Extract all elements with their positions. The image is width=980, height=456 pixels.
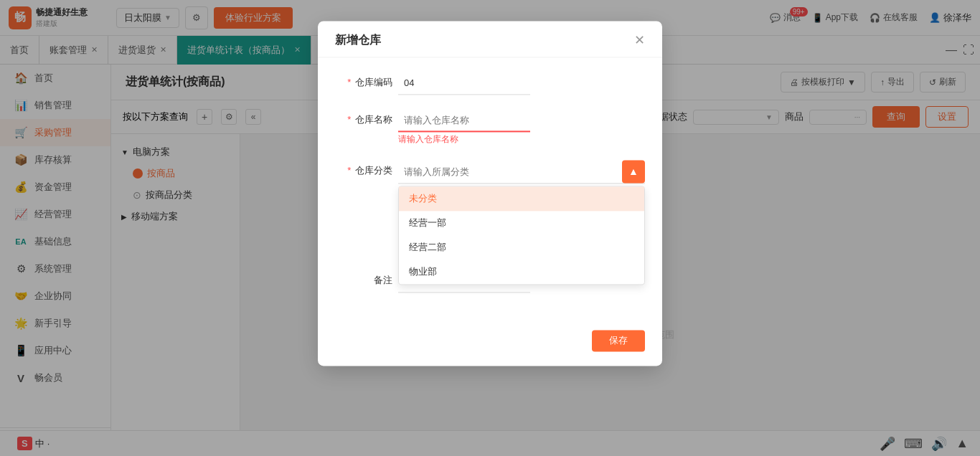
modal-footer: 保存: [318, 321, 662, 366]
warehouse-category-label: * 仓库分类: [335, 160, 392, 177]
dropdown-item-ops1[interactable]: 经营一部: [399, 211, 644, 235]
dropdown-item-uncategorized[interactable]: 未分类: [399, 186, 644, 211]
category-toggle-button[interactable]: ▲: [622, 160, 645, 183]
warehouse-name-label: * 仓库名称: [335, 109, 392, 126]
modal-close-button[interactable]: ✕: [634, 32, 645, 48]
remark-label: 备注: [335, 270, 392, 287]
modal-body: * 仓库编码 * 仓库名称 请输入仓库名称 * 仓库分类: [318, 57, 662, 321]
warehouse-category-row: * 仓库分类 ▲ 未分类 经营一部 经营二部 物业部: [335, 160, 645, 184]
category-dropdown: 未分类 经营一部 经营二部 物业部: [398, 186, 645, 285]
add-warehouse-modal: 新增仓库 ✕ * 仓库编码 * 仓库名称 请输入仓库名称: [318, 21, 662, 366]
warehouse-name-input[interactable]: [398, 109, 530, 132]
category-wrapper: ▲ 未分类 经营一部 经营二部 物业部: [398, 160, 645, 184]
warehouse-code-field-wrapper: [398, 72, 645, 95]
dropdown-item-property[interactable]: 物业部: [399, 260, 644, 284]
category-input-row: ▲: [398, 160, 645, 184]
modal-title: 新增仓库: [335, 33, 381, 48]
warehouse-code-row: * 仓库编码: [335, 72, 645, 95]
warehouse-name-error: 请输入仓库名称: [398, 133, 645, 146]
warehouse-code-label: * 仓库编码: [335, 72, 392, 89]
warehouse-name-field-wrapper: 请输入仓库名称: [398, 109, 645, 146]
modal-header: 新增仓库 ✕: [318, 21, 662, 57]
dropdown-item-ops2[interactable]: 经营二部: [399, 235, 644, 260]
save-button[interactable]: 保存: [592, 330, 645, 351]
warehouse-code-input[interactable]: [398, 72, 530, 95]
warehouse-name-row: * 仓库名称 请输入仓库名称: [335, 109, 645, 146]
category-input[interactable]: [398, 160, 622, 183]
